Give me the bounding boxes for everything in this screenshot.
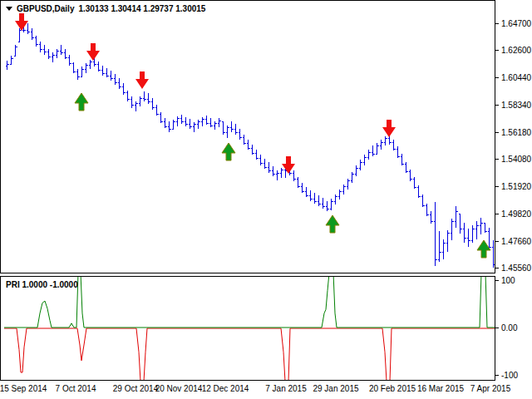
time-axis-label: 29 Jan 2015: [313, 384, 358, 393]
time-axis-label: 7 Apr 2015: [470, 384, 510, 393]
indicator-title: PRI 1.0000 -1.0000: [6, 280, 78, 289]
price-axis-label: 1.60440: [501, 73, 531, 82]
signal-arrow-up[interactable]: [222, 143, 235, 160]
signal-arrow-up[interactable]: [477, 240, 490, 258]
axis-tick: [495, 186, 499, 187]
price-axis-label: 1.45560: [501, 264, 531, 273]
indicator-panel[interactable]: PRI 1.0000 -1.0000: [0, 276, 495, 381]
price-chart-canvas[interactable]: [1, 1, 495, 273]
indicator-axis-label: 100: [501, 276, 515, 285]
axis-tick: [495, 77, 499, 78]
price-scale[interactable]: 1.647001.626001.604401.583401.561801.540…: [495, 0, 532, 381]
price-axis-label: 1.54080: [501, 155, 531, 164]
axis-tick: [495, 280, 499, 281]
axis-tick: [495, 328, 499, 328]
price-axis-label: 1.56180: [501, 127, 531, 136]
axis-tick: [495, 375, 499, 376]
time-axis-label: 16 Mar 2015: [417, 384, 464, 393]
price-chart-panel[interactable]: GBPUSD,Daily 1.30133 1.30414 1.29737 1.3…: [0, 0, 495, 273]
title-symbol: GBPUSD,Daily: [17, 4, 74, 13]
price-axis-label: 1.51920: [501, 182, 531, 191]
chart-window: GBPUSD,Daily 1.30133 1.30414 1.29737 1.3…: [0, 0, 532, 399]
price-axis-label: 1.58340: [501, 100, 531, 109]
time-axis-label: 20 Feb 2015: [369, 384, 416, 393]
time-axis[interactable]: 15 Sep 20147 Oct 201429 Oct 201420 Nov 2…: [0, 381, 532, 399]
axis-tick: [495, 132, 499, 133]
signal-arrow-down[interactable]: [15, 13, 28, 31]
axis-tick: [495, 268, 499, 268]
signal-arrow-up[interactable]: [326, 215, 339, 233]
indicator-axis-label: -100: [501, 371, 518, 380]
indicator-canvas[interactable]: [1, 277, 495, 380]
signal-arrow-down[interactable]: [282, 156, 295, 174]
symbol-dropdown-icon[interactable]: [6, 7, 12, 11]
chart-title: GBPUSD,Daily 1.30133 1.30414 1.29737 1.3…: [6, 4, 205, 13]
time-axis-label: 15 Sep 2014: [0, 384, 47, 393]
signal-arrow-down[interactable]: [135, 71, 149, 89]
price-axis-label: 1.47660: [501, 236, 531, 245]
axis-tick: [495, 23, 499, 24]
signal-arrow-down[interactable]: [86, 43, 100, 61]
time-axis-label: 20 Nov 2014: [155, 384, 203, 393]
price-axis-label: 1.49820: [501, 209, 531, 218]
time-axis-label: 29 Oct 2014: [113, 384, 158, 393]
axis-tick: [495, 159, 499, 160]
axis-tick: [495, 214, 499, 214]
time-axis-label: 7 Oct 2014: [56, 384, 96, 393]
signal-arrow-down[interactable]: [382, 120, 396, 137]
indicator-line-down: [4, 328, 495, 380]
price-axis-label: 1.62600: [501, 46, 531, 55]
axis-tick: [495, 105, 499, 106]
signal-arrow-up[interactable]: [75, 93, 88, 111]
axis-tick: [495, 241, 499, 242]
price-axis-label: 1.64700: [501, 19, 531, 28]
time-axis-label: 7 Jan 2015: [265, 384, 307, 393]
axis-tick: [495, 50, 499, 51]
title-ohlc-values: 1.30133 1.30414 1.29737 1.30015: [78, 4, 205, 13]
time-axis-label: 12 Dec 2014: [202, 384, 249, 393]
indicator-axis-label: 0.00: [501, 323, 517, 332]
